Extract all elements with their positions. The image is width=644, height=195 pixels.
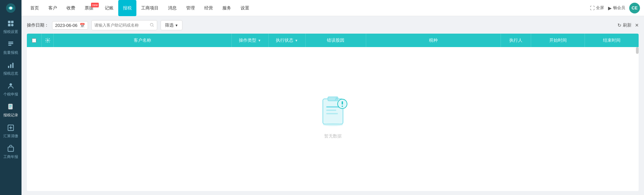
settlement-icon: [6, 123, 15, 132]
th-error: 错误股因: [306, 34, 366, 47]
table-header: 客户名称 操作类型 ▼ 执行状态 ▼ 错误股因 税种 执行人: [27, 34, 639, 47]
svg-rect-18: [8, 147, 14, 151]
nav-home[interactable]: 首页: [26, 0, 44, 16]
sidebar-item-tax-settings[interactable]: 报税设置: [0, 16, 22, 37]
sidebar-item-tax-overview[interactable]: 报税总览: [0, 58, 22, 79]
user-avatar[interactable]: CE: [629, 3, 640, 13]
svg-rect-11: [12, 63, 14, 68]
nav-accounts[interactable]: 记账: [100, 0, 118, 16]
calendar-icon: 📅: [80, 23, 85, 28]
personal-tax-icon: [6, 81, 15, 91]
nav-right: ⛶ 全屏 ▶ 畅会员 CE: [590, 3, 640, 13]
svg-rect-9: [8, 66, 9, 68]
svg-rect-25: [326, 113, 338, 114]
svg-point-29: [323, 123, 343, 126]
nav-billing[interactable]: 收费: [62, 0, 80, 16]
refresh-icon: ↻: [617, 23, 621, 28]
svg-rect-4: [8, 24, 10, 26]
sidebar-label-annual-report: 工商年报: [3, 154, 18, 159]
fullscreen-btn[interactable]: ⛶ 全屏: [590, 5, 604, 11]
scroll-indicator[interactable]: [636, 47, 639, 54]
sort-icon-type: ▼: [258, 39, 261, 42]
th-name: 客户名称: [54, 34, 232, 47]
search-input[interactable]: [94, 23, 148, 28]
svg-rect-14: [9, 105, 11, 106]
nav-business[interactable]: 工商项目: [136, 0, 163, 16]
sidebar: 报税设置 批量报税 报税总览 个税申报 报税记录 汇算清缴 工商: [0, 0, 22, 195]
table: 客户名称 操作类型 ▼ 执行状态 ▼ 错误股因 税种 执行人: [27, 34, 639, 191]
date-picker[interactable]: 2023-06-06 📅: [52, 21, 88, 30]
member-btn[interactable]: ▶ 畅会员: [608, 5, 625, 11]
nav-messages[interactable]: 消息: [163, 0, 181, 16]
filter-btn[interactable]: 筛选 ▼: [161, 20, 183, 30]
table-body: 暂无数据: [27, 47, 639, 191]
svg-rect-2: [8, 21, 10, 23]
svg-rect-24: [326, 110, 336, 111]
search-icon: [149, 23, 154, 28]
nav-operation[interactable]: 经营: [200, 0, 218, 16]
svg-point-1: [9, 7, 12, 9]
sidebar-item-batch-tax[interactable]: 批量报税: [0, 37, 22, 58]
nav-settings[interactable]: 设置: [236, 0, 254, 16]
select-all-checkbox[interactable]: [32, 38, 36, 43]
svg-point-5: [11, 24, 13, 26]
sidebar-label-tax-overview: 报税总览: [3, 71, 18, 76]
svg-point-12: [9, 83, 12, 86]
new-badge: new: [91, 3, 99, 7]
search-wrap: [91, 20, 157, 30]
tax-record-icon: [6, 102, 15, 112]
nav-client[interactable]: 客户: [44, 0, 62, 16]
date-label: 操作日期：: [27, 22, 49, 28]
sidebar-item-annual-report[interactable]: 工商年报: [0, 141, 22, 162]
th-end-time: 结束时间: [585, 34, 639, 47]
th-executor: 执行人: [501, 34, 531, 47]
svg-rect-3: [11, 21, 13, 23]
sidebar-label-tax-record: 报税记录: [3, 113, 18, 118]
th-tax: 税种: [366, 34, 501, 47]
svg-point-20: [47, 40, 48, 41]
app-logo: [0, 0, 22, 16]
refresh-btn[interactable]: ↻ 刷新: [617, 22, 632, 28]
th-op-type[interactable]: 操作类型 ▼: [232, 34, 269, 47]
sidebar-label-personal-tax: 个税申报: [3, 92, 18, 97]
th-checkbox[interactable]: [27, 34, 42, 47]
svg-rect-28: [342, 106, 343, 107]
content-area: 操作日期： 2023-06-06 📅 筛选 ▼ ↻ 刷新 ×: [22, 16, 644, 195]
svg-rect-23: [326, 106, 340, 108]
nav-tax[interactable]: 报税: [118, 0, 136, 16]
nav-invoice[interactable]: 票据 new: [80, 0, 100, 16]
th-gear[interactable]: [42, 34, 54, 47]
svg-rect-13: [8, 104, 13, 110]
annual-report-icon: [6, 144, 15, 153]
chevron-down-icon: ▼: [175, 24, 178, 27]
close-btn[interactable]: ×: [635, 22, 639, 28]
svg-rect-6: [8, 42, 13, 43]
sidebar-item-personal-tax[interactable]: 个税申报: [0, 79, 22, 100]
sidebar-label-settlement: 汇算清缴: [3, 133, 18, 139]
svg-rect-27: [342, 101, 343, 105]
sidebar-label-batch-tax: 批量报税: [3, 50, 18, 55]
empty-text: 暂无数据: [324, 133, 342, 139]
top-nav: 首页 客户 收费 票据 new 记账 报税 工商项目 消息 管理 经营: [22, 0, 644, 16]
th-start-time: 开始时间: [531, 34, 585, 47]
th-status[interactable]: 执行状态 ▼: [269, 34, 306, 47]
svg-rect-16: [9, 107, 11, 108]
video-icon: ▶: [608, 5, 612, 11]
svg-rect-15: [9, 106, 11, 107]
tax-overview-icon: [6, 61, 15, 70]
batch-tax-icon: [6, 40, 15, 49]
svg-rect-10: [10, 64, 11, 68]
fullscreen-icon: ⛶: [590, 5, 595, 11]
empty-state: 暂无数据: [316, 92, 350, 139]
sidebar-label-tax-settings: 报税设置: [3, 29, 18, 34]
sort-icon-status: ▼: [295, 39, 298, 42]
toolbar: 操作日期： 2023-06-06 📅 筛选 ▼ ↻ 刷新 ×: [27, 20, 639, 30]
svg-rect-7: [8, 43, 13, 44]
nav-service[interactable]: 服务: [218, 0, 236, 16]
svg-rect-8: [8, 45, 11, 46]
sidebar-item-tax-record[interactable]: 报税记录: [0, 100, 22, 120]
tax-settings-icon: [6, 19, 15, 28]
nav-management[interactable]: 管理: [181, 0, 200, 16]
main-area: 首页 客户 收费 票据 new 记账 报税 工商项目 消息 管理 经营: [22, 0, 644, 195]
sidebar-item-settlement[interactable]: 汇算清缴: [0, 120, 22, 141]
